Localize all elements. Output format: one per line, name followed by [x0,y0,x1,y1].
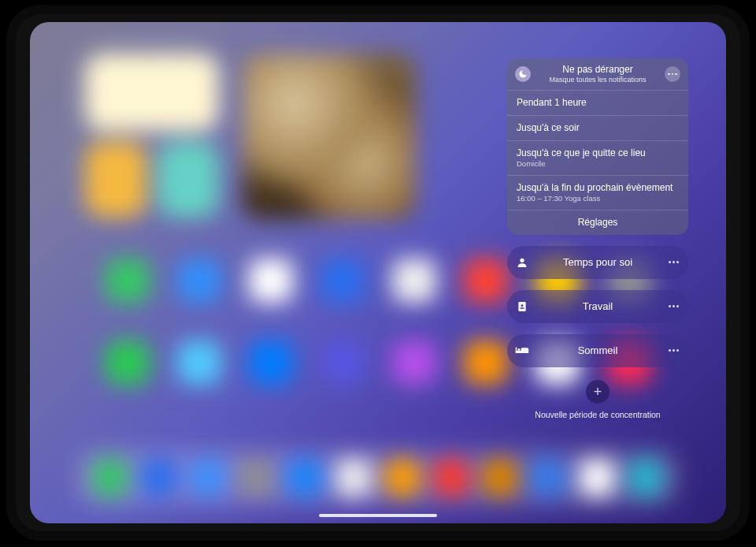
dock-app-icon [580,459,614,497]
dnd-title: Ne pas déranger [537,65,658,76]
app-icon [321,340,365,385]
app-icon [249,340,293,385]
device-frame: Ne pas déranger Masque toutes les notifi… [6,5,750,541]
dnd-option-detail: 16:00 – 17:30 Yoga class [517,194,679,203]
dock-app-icon [142,459,176,497]
dock-app-icon [239,459,273,497]
dnd-header: Ne pas déranger Masque toutes les notifi… [507,58,688,90]
dnd-more-button[interactable] [665,66,680,82]
focus-mode-more[interactable] [666,305,680,307]
svg-rect-5 [516,347,517,353]
dnd-settings-button[interactable]: Réglages [507,210,688,235]
svg-rect-3 [520,307,524,308]
dock-app-icon [434,459,469,497]
badge-icon [515,300,529,314]
dock-app-icon [336,459,371,497]
svg-point-6 [517,348,520,351]
dnd-settings-label: Réglages [578,217,618,228]
dnd-card: Ne pas déranger Masque toutes les notifi… [507,58,688,235]
dock-app-icon [385,459,420,497]
dnd-option-leave-location[interactable]: Jusqu'à ce que je quitte ce lieu Domicil… [507,140,688,175]
app-icon [321,259,365,303]
svg-point-0 [520,259,524,262]
dock [77,449,679,506]
focus-mode-label: Sommeil [529,344,666,356]
widget-photos [243,54,416,219]
dnd-option-label: Pendant 1 heure [517,97,679,109]
dnd-option-detail: Domicile [517,159,679,169]
bed-icon [515,344,529,358]
widget-small-b [158,142,219,218]
dnd-option-label: Jusqu'à ce que je quitte ce lieu [517,147,679,159]
focus-mode-work[interactable]: Travail [507,290,688,323]
dnd-option-next-event[interactable]: Jusqu'à la fin du prochain évènement 16:… [507,175,688,210]
app-icon [464,259,508,303]
moon-icon[interactable] [515,66,531,82]
svg-point-2 [521,304,524,307]
focus-mode-more[interactable] [666,261,680,263]
dnd-option-label: Jusqu'à ce soir [517,122,679,134]
dock-app-icon [191,459,225,497]
app-icon [177,259,221,303]
plus-icon: + [594,385,602,399]
app-icon [249,259,293,303]
dnd-option-evening[interactable]: Jusqu'à ce soir [507,115,688,140]
new-focus-block: + Nouvelle période de concentration [507,380,688,419]
app-icon [106,259,150,303]
dnd-subtitle: Masque toutes les notifications [537,76,658,84]
focus-mode-label: Travail [529,300,666,312]
focus-mode-personal[interactable]: Temps pour soi [507,246,688,279]
dock-app-icon [483,459,517,497]
home-indicator[interactable] [319,514,437,517]
person-icon [515,255,529,270]
app-icon [177,340,221,385]
dock-app-icon [531,459,565,497]
dnd-option-1hour[interactable]: Pendant 1 heure [507,90,688,115]
focus-mode-sleep[interactable]: Sommeil [507,334,688,367]
dock-app-icon [287,459,322,497]
app-icon [464,340,508,385]
new-focus-label: Nouvelle période de concentration [507,410,688,419]
app-icon [392,340,436,385]
focus-mode-more[interactable] [666,349,680,352]
focus-mode-label: Temps pour soi [529,256,666,268]
dnd-option-label: Jusqu'à la fin du prochain évènement [517,182,679,194]
focus-overlay: Ne pas déranger Masque toutes les notifi… [507,58,688,419]
widget-small-a [85,142,146,218]
screen: Ne pas déranger Masque toutes les notifi… [30,22,726,523]
svg-rect-4 [516,351,529,353]
app-icon [106,340,150,385]
dock-app-icon [93,459,128,497]
widget-notes [85,54,219,131]
dock-app-icon [628,459,663,497]
app-icon [392,259,436,303]
new-focus-button[interactable]: + [586,380,610,404]
